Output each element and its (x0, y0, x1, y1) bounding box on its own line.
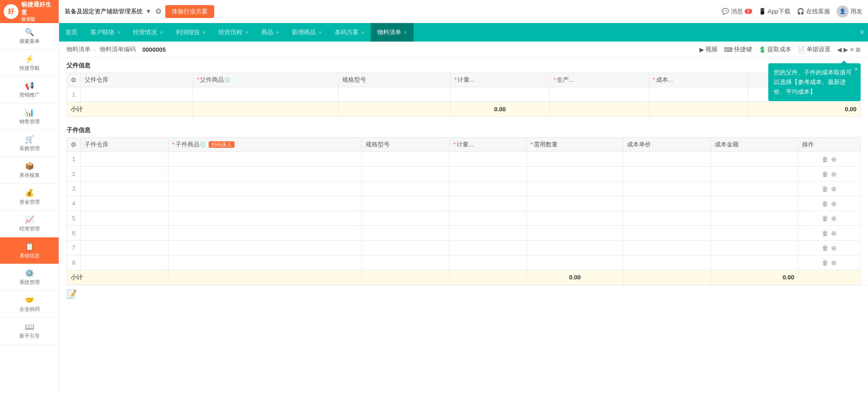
nav-tab-经营历程[interactable]: 经营历程× (212, 23, 254, 42)
nav-tab-商品[interactable]: 商品× (255, 23, 285, 42)
sidebar-item-基础信息[interactable]: 📋基础信息 (0, 237, 59, 264)
child-spec-cell[interactable] (362, 255, 450, 270)
copy-icon[interactable]: ⊕ (831, 259, 837, 266)
nav-tab-利润报告[interactable]: 利润报告× (169, 23, 212, 42)
prev-icon[interactable]: ◀ (837, 46, 842, 53)
child-unit-cell[interactable] (449, 241, 526, 255)
tooltip-close-btn[interactable]: × (855, 65, 858, 74)
nav-tab-close-btn[interactable]: × (404, 30, 407, 35)
sidebar-item-系统管理[interactable]: ⚙️系统管理 (0, 264, 59, 291)
child-product-cell[interactable] (168, 196, 362, 211)
sidebar-item-采购管理[interactable]: 🛒采购管理 (0, 130, 59, 157)
expand-icon[interactable]: ⊞ (856, 46, 861, 53)
child-warehouse-cell[interactable] (81, 226, 169, 241)
child-product-cell[interactable] (168, 241, 362, 255)
delete-icon[interactable]: 🗑 (822, 156, 828, 163)
child-spec-cell[interactable] (362, 196, 450, 211)
sidebar-item-销售管理[interactable]: 📊销售管理 (0, 103, 59, 130)
child-spec-cell[interactable] (362, 167, 450, 181)
child-product-cell[interactable] (168, 211, 362, 226)
parent-cost-cell[interactable] (649, 87, 748, 102)
child-unit-cost-cell[interactable] (623, 181, 711, 196)
sidebar-item-营销推广[interactable]: 📢营销推广 (0, 77, 59, 103)
child-spec-cell[interactable] (362, 226, 450, 241)
sidebar-item-新手引导[interactable]: 📖新手引导 (0, 318, 59, 345)
sidebar-item-企业协同[interactable]: 🤝企业协同 (0, 291, 59, 318)
dropdown-arrow-icon[interactable]: ▼ (145, 8, 151, 15)
close-all-tabs-btn[interactable]: × (856, 28, 868, 36)
copy-icon[interactable]: ⊕ (831, 200, 837, 207)
child-unit-cost-cell[interactable] (623, 241, 711, 255)
next-icon[interactable]: ▶ (844, 46, 848, 53)
copy-icon[interactable]: ⊕ (831, 185, 837, 193)
child-product-cell[interactable] (168, 255, 362, 270)
child-warehouse-cell[interactable] (81, 152, 169, 167)
child-unit-cell[interactable] (449, 226, 526, 241)
sidebar-item-搜索菜单[interactable]: 🔍搜索菜单 (0, 23, 59, 50)
child-unit-cell[interactable] (449, 255, 526, 270)
view-btn[interactable]: ▶ 视频 (699, 45, 717, 54)
child-qty-cell[interactable] (527, 196, 623, 211)
sidebar-item-快捷导航[interactable]: ⚡快捷导航 (0, 50, 59, 77)
copy-icon[interactable]: ⊕ (831, 244, 837, 252)
parent-spec-cell[interactable] (338, 87, 450, 102)
app-download-item[interactable]: 📱 App下载 (759, 7, 790, 16)
child-product-cell[interactable] (168, 167, 362, 181)
sidebar-item-资金管理[interactable]: 💰资金管理 (0, 184, 59, 211)
parent-col-settings[interactable]: ⚙ (67, 73, 81, 87)
nav-tab-close-btn[interactable]: × (160, 30, 163, 35)
nav-tab-首页[interactable]: 首页 (59, 23, 84, 42)
experience-button[interactable]: 体验行业方案 (165, 5, 214, 18)
child-qty-cell[interactable] (527, 226, 623, 241)
parent-product-cell[interactable] (193, 87, 338, 102)
child-qty-cell[interactable] (527, 167, 623, 181)
delete-icon[interactable]: 🗑 (822, 230, 828, 237)
child-qty-cell[interactable] (527, 152, 623, 167)
delete-icon[interactable]: 🗑 (822, 215, 828, 222)
copy-icon[interactable]: ⊕ (831, 230, 837, 237)
settings-icon[interactable]: ⚙ (155, 7, 162, 16)
child-product-cell[interactable] (168, 226, 362, 241)
child-product-cell[interactable] (168, 152, 362, 167)
nav-tab-close-btn[interactable]: × (319, 30, 321, 35)
child-qty-cell[interactable] (527, 241, 623, 255)
child-unit-cost-cell[interactable] (623, 211, 711, 226)
child-spec-cell[interactable] (362, 211, 450, 226)
child-unit-cost-cell[interactable] (623, 226, 711, 241)
child-qty-cell[interactable] (527, 181, 623, 196)
child-unit-cost-cell[interactable] (623, 255, 711, 270)
parent-warehouse-cell[interactable] (81, 87, 193, 102)
copy-icon[interactable]: ⊕ (831, 170, 837, 178)
nav-tab-新增商品[interactable]: 新增商品× (285, 23, 328, 42)
delete-icon[interactable]: 🗑 (822, 200, 828, 207)
single-setting-btn[interactable]: 📄 单据设置 (798, 45, 831, 54)
nav-tab-条码方案[interactable]: 条码方案× (328, 23, 371, 42)
child-warehouse-cell[interactable] (81, 255, 169, 270)
nav-tab-close-btn[interactable]: × (203, 30, 205, 35)
child-spec-cell[interactable] (362, 152, 450, 167)
child-unit-cell[interactable] (449, 211, 526, 226)
child-product-cell[interactable] (168, 181, 362, 196)
delete-icon[interactable]: 🗑 (822, 244, 828, 252)
child-qty-cell[interactable] (527, 255, 623, 270)
child-unit-cell[interactable] (449, 181, 526, 196)
child-unit-cost-cell[interactable] (623, 196, 711, 211)
nav-tab-物料清单[interactable]: 物料清单× (371, 23, 413, 42)
cost-btn[interactable]: 💲 提取成本 (759, 45, 791, 54)
child-spec-cell[interactable] (362, 241, 450, 255)
child-warehouse-cell[interactable] (81, 211, 169, 226)
copy-icon[interactable]: ⊕ (831, 156, 837, 163)
nav-tab-close-btn[interactable]: × (362, 30, 364, 35)
copy-icon[interactable]: ⊕ (831, 215, 837, 222)
online-service-item[interactable]: 🎧 在线客服 (797, 7, 830, 16)
child-warehouse-cell[interactable] (81, 181, 169, 196)
child-warehouse-cell[interactable] (81, 241, 169, 255)
child-unit-cell[interactable] (449, 167, 526, 181)
child-col-settings[interactable]: ⚙ (67, 138, 81, 152)
delete-icon[interactable]: 🗑 (822, 259, 828, 266)
parent-production-cell[interactable] (549, 87, 649, 102)
nav-tab-客户联络[interactable]: 客户联络× (84, 23, 127, 42)
scan-badge[interactable]: 扫码录入 (209, 141, 235, 148)
delete-icon[interactable]: 🗑 (822, 170, 828, 178)
child-unit-cost-cell[interactable] (623, 152, 711, 167)
